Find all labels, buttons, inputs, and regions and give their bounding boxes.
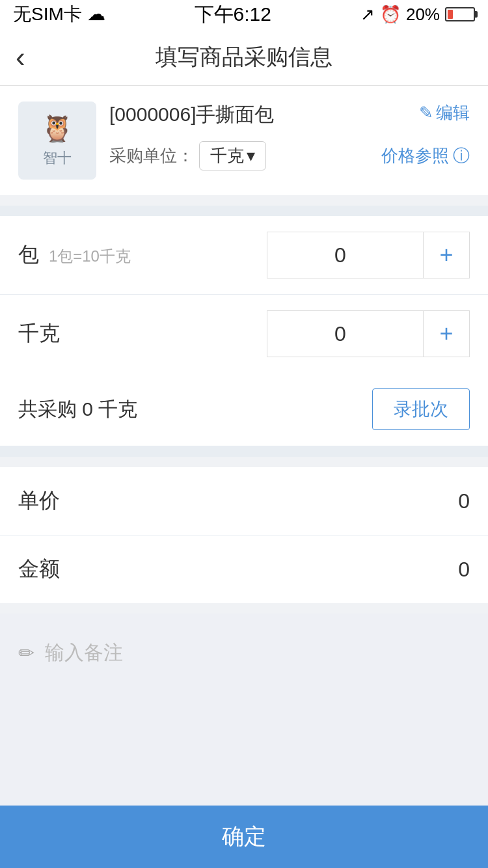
purchase-unit-label: 采购单位： — [109, 144, 194, 167]
summary-text: 共采购 0 千克 — [18, 396, 137, 423]
edit-icon: ✎ — [419, 103, 433, 123]
summary-row: 共采购 0 千克 录批次 — [0, 373, 488, 446]
kg-input-row: 千克 + — [0, 295, 488, 373]
kg-plus-button[interactable]: + — [423, 310, 470, 357]
remark-placeholder: 输入备注 — [45, 640, 123, 666]
price-ref-help-icon: ⓘ — [453, 144, 470, 167]
product-owl-icon: 🦉 — [41, 113, 74, 144]
edit-button[interactable]: ✎ 编辑 — [419, 102, 470, 124]
price-ref-label: 价格参照 — [381, 144, 449, 167]
confirm-button-label: 确定 — [222, 822, 266, 852]
product-meta: 采购单位： 千克 ▾ 价格参照 ⓘ — [109, 141, 470, 170]
kg-label: 千克 — [18, 319, 60, 348]
status-left: 无SIM卡 ☁ — [13, 2, 105, 27]
remark-section[interactable]: ✏ 输入备注 — [0, 614, 488, 692]
kg-input-right: + — [267, 310, 470, 357]
purchase-unit: 采购单位： 千克 ▾ — [109, 141, 266, 170]
page-title: 填写商品采购信息 — [156, 42, 332, 72]
unit-price-label: 单价 — [18, 487, 60, 515]
amount-label: 金额 — [18, 555, 60, 584]
product-image: 🦉 智十 — [18, 102, 96, 180]
status-right: ↗ ⏰ 20% — [360, 5, 475, 25]
product-name: [0000006]手撕面包 — [109, 102, 274, 128]
section-divider-1 — [0, 206, 488, 216]
status-bar: 无SIM卡 ☁ 下午6:12 ↗ ⏰ 20% — [0, 0, 488, 29]
unit-price-row: 单价 0 — [0, 467, 488, 536]
product-card: 🦉 智十 [0000006]手撕面包 ✎ 编辑 采购单位： 千克 ▾ 价格参照 — [0, 86, 488, 195]
amount-row: 金额 0 — [0, 536, 488, 603]
confirm-button[interactable]: 确定 — [0, 806, 488, 868]
sim-status: 无SIM卡 ☁ — [13, 2, 105, 27]
price-section: 单价 0 金额 0 — [0, 467, 488, 603]
bag-label-group: 包 1包=10千克 — [18, 241, 131, 269]
battery-icon — [445, 7, 475, 21]
edit-label: 编辑 — [436, 102, 470, 124]
bag-plus-button[interactable]: + — [423, 232, 470, 278]
batch-button[interactable]: 录批次 — [372, 388, 470, 430]
bag-sublabel: 1包=10千克 — [49, 247, 131, 265]
dropdown-icon: ▾ — [247, 146, 255, 166]
status-time: 下午6:12 — [195, 1, 271, 28]
input-section: 包 1包=10千克 + 千克 + — [0, 216, 488, 373]
battery-percentage: 20% — [406, 5, 440, 25]
alarm-icon: ⏰ — [380, 5, 401, 25]
pencil-icon: ✏ — [18, 642, 34, 664]
back-button[interactable]: ‹ — [16, 43, 25, 72]
nav-bar: ‹ 填写商品采购信息 — [0, 29, 488, 86]
section-divider-2 — [0, 446, 488, 457]
location-icon: ↗ — [360, 5, 375, 25]
unit-price-value: 0 — [458, 489, 470, 513]
bag-input-row: 包 1包=10千克 + — [0, 216, 488, 295]
product-owl-label: 智十 — [43, 150, 72, 166]
bag-label: 包 — [18, 243, 39, 266]
bag-input-right: + — [267, 232, 470, 278]
unit-value: 千克 — [210, 144, 244, 167]
kg-input[interactable] — [267, 310, 423, 357]
amount-value: 0 — [458, 558, 470, 582]
product-info: [0000006]手撕面包 ✎ 编辑 采购单位： 千克 ▾ 价格参照 ⓘ — [109, 102, 470, 170]
bag-input[interactable] — [267, 232, 423, 278]
price-ref-button[interactable]: 价格参照 ⓘ — [381, 144, 470, 167]
product-header: [0000006]手撕面包 ✎ 编辑 — [109, 102, 470, 128]
unit-select[interactable]: 千克 ▾ — [199, 141, 266, 170]
